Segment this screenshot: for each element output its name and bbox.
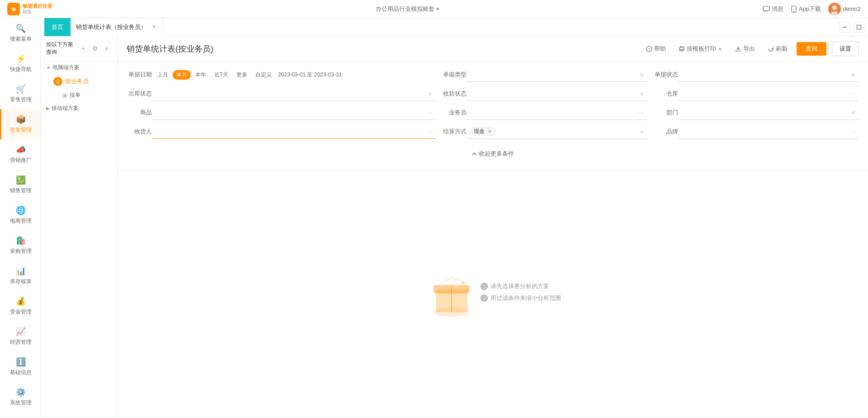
refresh-button[interactable]: 刷新 xyxy=(764,43,791,55)
tab-close-button[interactable]: ✕ xyxy=(150,24,157,31)
sidebar-item-operations[interactable]: 📈 经营管理 xyxy=(0,321,40,352)
mobile-category-label: 移动端方案 xyxy=(52,104,79,112)
filter-outstatus-col: 出库状态 ∨ xyxy=(127,86,436,101)
doc-status-field[interactable] xyxy=(682,71,851,78)
info-icon: ℹ️ xyxy=(16,357,26,367)
collapse-button[interactable]: 收起更多条件 xyxy=(464,147,521,161)
sidebar-item-inventory[interactable]: 📊 库存核算 xyxy=(0,261,40,291)
scheme-sub-item[interactable]: 按 按单 xyxy=(41,89,117,102)
scheme-add-button[interactable]: + xyxy=(78,43,88,53)
user-menu[interactable]: demo2 xyxy=(828,3,861,15)
date-last-7-days-button[interactable]: 近7天 xyxy=(211,70,232,80)
settlement-tag: 现金 ✕ xyxy=(470,127,496,136)
date-more-button[interactable]: 更多 xyxy=(233,70,251,80)
brand-dots[interactable]: ··· xyxy=(850,128,855,135)
export-button[interactable]: 导出 xyxy=(731,43,759,55)
salesperson-dots[interactable]: ··· xyxy=(638,109,644,116)
tab-home[interactable]: 首页 xyxy=(44,18,71,36)
workspace-chevron-icon: ▾ xyxy=(436,5,439,12)
salesperson-field[interactable] xyxy=(470,109,638,116)
app-download-button[interactable]: App下载 xyxy=(791,5,821,13)
sidebar-item-basic[interactable]: ℹ️ 基础信息 xyxy=(0,352,40,382)
tab-minimize-button[interactable] xyxy=(839,22,850,33)
filter-warehouse-col: 仓库 ··· xyxy=(653,86,859,101)
sidebar-item-marketing[interactable]: 📣 营销推广 xyxy=(0,139,40,170)
minus-icon xyxy=(842,24,847,30)
workspace-title[interactable]: 办公用品行业模拟账套 ▾ xyxy=(376,5,439,13)
receiver-input[interactable]: ··· xyxy=(152,124,436,139)
sidebar-item-operations-label: 经营管理 xyxy=(10,338,32,346)
date-last-month-button[interactable]: 上月 xyxy=(154,70,172,80)
settlement-tag-text: 现金 xyxy=(474,128,485,135)
empty-content: 1 请先选择要分析的方案 2 用过滤条件来缩小分析范围 xyxy=(425,271,561,317)
scheme-active-scheme-icon: 业 xyxy=(53,77,62,86)
doc-type-input[interactable]: ∨ xyxy=(467,67,647,82)
svg-text:畅: 畅 xyxy=(12,7,16,12)
department-field[interactable] xyxy=(682,109,851,116)
mobile-category-chevron-icon: ▶ xyxy=(46,106,50,111)
sidebar-item-finance[interactable]: 💰 资金管理 xyxy=(0,291,40,321)
settings-button[interactable]: 设置 xyxy=(832,42,859,56)
filter-row-4: 收货人 ··· 结算方式 现金 ✕ xyxy=(127,124,859,139)
print-button[interactable]: 按模板打印 xyxy=(675,43,726,55)
doc-type-field[interactable] xyxy=(470,71,640,78)
scheme-collapse-button[interactable]: « xyxy=(102,43,112,53)
scheme-mobile-category[interactable]: ▶ 移动端方案 xyxy=(41,102,117,115)
out-status-field[interactable] xyxy=(156,90,428,97)
tab-active[interactable]: 销货单统计表（按业务员） ✕ xyxy=(71,18,163,36)
settlement-input[interactable]: 现金 ✕ ∨ xyxy=(467,124,647,139)
sidebar-item-purchase[interactable]: 🛍️ 采购管理 xyxy=(0,230,40,261)
active-scheme-icon-text: 业 xyxy=(56,79,60,85)
brand-field[interactable] xyxy=(682,128,850,135)
sidebar-item-wholesale[interactable]: 📦 批发管理 xyxy=(0,109,40,139)
goods-input[interactable]: ··· xyxy=(152,105,436,120)
receiver-dots[interactable]: ··· xyxy=(427,128,432,135)
sidebar-item-ecommerce[interactable]: 🌐 电商管理 xyxy=(0,200,40,230)
sidebar-item-enterprise[interactable]: 🤝 企业协同 xyxy=(0,412,40,418)
sidebar-item-retail[interactable]: 🛒 零售管理 xyxy=(0,79,40,109)
help-button[interactable]: ? 帮助 xyxy=(642,43,670,55)
sidebar-item-sales[interactable]: 💹 销售管理 xyxy=(0,170,40,200)
date-this-month-button[interactable]: 本月 xyxy=(173,70,191,80)
box-icon: 📦 xyxy=(16,114,26,124)
doc-status-input[interactable]: ∨ xyxy=(678,67,859,82)
refresh-icon xyxy=(768,46,774,52)
department-input[interactable]: ∨ xyxy=(678,105,859,120)
cart-icon: 🛒 xyxy=(16,84,26,94)
date-this-year-button[interactable]: 本年 xyxy=(192,70,210,80)
hint-1-num: 1 xyxy=(481,283,488,290)
message-button[interactable]: 消息 xyxy=(763,5,783,13)
scheme-settings-button[interactable]: ⚙ xyxy=(90,43,100,53)
date-custom-button[interactable]: 自定义 xyxy=(252,70,275,80)
tab-bar-actions xyxy=(839,22,864,33)
warehouse-dots[interactable]: ··· xyxy=(850,90,855,97)
receiver-field[interactable] xyxy=(156,128,427,135)
salesperson-input[interactable]: ··· xyxy=(467,105,647,120)
sidebar-item-search[interactable]: 🔍 搜索菜单 xyxy=(0,18,40,48)
warehouse-field[interactable] xyxy=(682,90,850,97)
svg-rect-9 xyxy=(857,25,861,29)
ecommerce-icon: 🌐 xyxy=(16,205,26,215)
filter-payment-col: 收款状态 ∨ xyxy=(441,86,647,101)
logo-text-line1: 畅捷通好生意 xyxy=(23,3,52,9)
goods-dots[interactable]: ··· xyxy=(427,109,432,116)
brand-input[interactable]: ··· xyxy=(678,124,859,139)
scheme-header: 按以下方案查询 + ⚙ « xyxy=(41,36,117,61)
tab-maximize-button[interactable] xyxy=(854,22,864,33)
out-status-label: 出库状态 xyxy=(127,90,152,98)
brand-label: 品牌 xyxy=(653,128,678,136)
warehouse-input[interactable]: ··· xyxy=(678,86,859,101)
out-status-input[interactable]: ∨ xyxy=(152,86,436,101)
settlement-tag-close-button[interactable]: ✕ xyxy=(486,128,493,135)
goods-field[interactable] xyxy=(156,109,427,116)
payment-status-input[interactable]: ∨ xyxy=(467,86,647,101)
scheme-active-item[interactable]: 业 按业务员 xyxy=(41,74,117,89)
payment-status-field[interactable] xyxy=(470,90,640,97)
scheme-header-title: 按以下方案查询 xyxy=(46,41,78,56)
date-range-text: 2023-03-01 至 2023-03-31 xyxy=(278,71,342,79)
top-header: 畅 畅捷通好生意 标版 办公用品行业模拟账套 ▾ 消息 App下载 xyxy=(0,0,868,18)
sidebar-item-system[interactable]: ⚙️ 系统管理 xyxy=(0,382,40,412)
sidebar-item-marketing-label: 营销推广 xyxy=(10,157,32,164)
sidebar-item-quick-nav[interactable]: ⚡ 快捷导航 xyxy=(0,48,40,79)
query-button[interactable]: 查询 xyxy=(797,42,826,56)
